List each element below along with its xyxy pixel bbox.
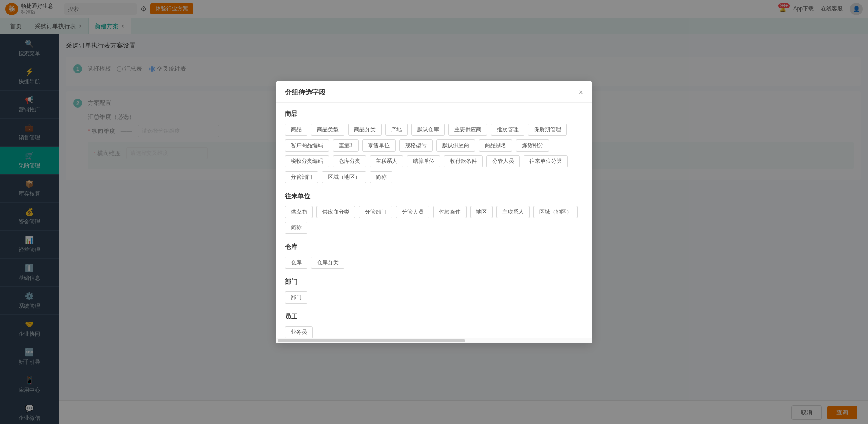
section-product-tags: 商品 商品类型 商品分类 产地 默认仓库 主要供应商 批次管理 保质期管理 客户… — [285, 124, 583, 183]
modal-hscroll[interactable] — [276, 338, 592, 343]
section-employee: 员工 业务员 — [285, 313, 583, 338]
field-tag-department[interactable]: 部门 — [285, 291, 307, 304]
field-tag-spec-model[interactable]: 规格型号 — [399, 139, 433, 152]
section-product: 商品 商品 商品类型 商品分类 产地 默认仓库 主要供应商 批次管理 保质期管理… — [285, 110, 583, 183]
field-tag-batch[interactable]: 批次管理 — [491, 124, 524, 136]
section-employee-title: 员工 — [285, 313, 583, 321]
field-tag-supplier[interactable]: 供应商 — [285, 206, 313, 218]
field-tag-pay-terms[interactable]: 付款条件 — [433, 206, 467, 218]
section-department-tags: 部门 — [285, 291, 583, 304]
modal-body[interactable]: 商品 商品 商品类型 商品分类 产地 默认仓库 主要供应商 批次管理 保质期管理… — [276, 103, 592, 338]
field-tag-supervisor[interactable]: 分管人员 — [486, 155, 520, 167]
modal-close-btn[interactable]: × — [578, 88, 583, 96]
field-tag-payment-terms[interactable]: 收付款条件 — [444, 155, 483, 167]
field-tag-weight[interactable]: 重量3 — [333, 139, 359, 152]
section-employee-tags: 业务员 — [285, 326, 583, 338]
field-tag-product[interactable]: 商品 — [285, 124, 307, 136]
field-tag-region2[interactable]: 区域（地区） — [533, 206, 578, 218]
section-department: 部门 部门 — [285, 278, 583, 304]
section-department-title: 部门 — [285, 278, 583, 286]
field-tag-default-supplier[interactable]: 默认供应商 — [436, 139, 475, 152]
field-tag-abbr[interactable]: 简称 — [370, 171, 392, 183]
section-product-title: 商品 — [285, 110, 583, 118]
field-tag-settlement-unit[interactable]: 结算单位 — [407, 155, 440, 167]
field-tag-points[interactable]: 炼货积分 — [516, 139, 549, 152]
section-warehouse: 仓库 仓库 仓库分类 — [285, 243, 583, 269]
field-select-modal: 分组待选字段 × 商品 商品 商品类型 商品分类 产地 默认仓库 主要供应商 批… — [276, 81, 592, 343]
field-tag-main-supplier[interactable]: 主要供应商 — [448, 124, 487, 136]
field-tag-warehouse[interactable]: 仓库 — [285, 257, 307, 269]
field-tag-supplier-category[interactable]: 供应商分类 — [316, 206, 355, 218]
modal-title: 分组待选字段 — [285, 88, 326, 97]
section-warehouse-tags: 仓库 仓库分类 — [285, 257, 583, 269]
field-tag-product-type[interactable]: 商品类型 — [311, 124, 344, 136]
field-tag-salesperson[interactable]: 业务员 — [285, 326, 313, 338]
field-tag-retail-unit[interactable]: 零售单位 — [362, 139, 396, 152]
field-tag-short-name[interactable]: 简称 — [285, 222, 307, 234]
section-partner-title: 往来单位 — [285, 192, 583, 200]
field-tag-shelf-life[interactable]: 保质期管理 — [528, 124, 567, 136]
section-partner-tags: 供应商 供应商分类 分管部门 分管人员 付款条件 地区 主联系人 区域（地区） … — [285, 206, 583, 234]
modal-overlay: 分组待选字段 × 商品 商品 商品类型 商品分类 产地 默认仓库 主要供应商 批… — [0, 0, 868, 424]
field-tag-warehouse-category[interactable]: 仓库分类 — [333, 155, 366, 167]
field-tag-tax-code[interactable]: 税收分类编码 — [285, 155, 329, 167]
field-tag-warehouse-cat[interactable]: 仓库分类 — [311, 257, 344, 269]
hscroll-thumb[interactable] — [278, 339, 465, 342]
field-tag-dept[interactable]: 分管部门 — [285, 171, 318, 183]
field-tag-origin[interactable]: 产地 — [385, 124, 408, 136]
field-tag-primary-contact[interactable]: 主联系人 — [496, 206, 530, 218]
field-tag-product-alias[interactable]: 商品别名 — [479, 139, 512, 152]
field-tag-area[interactable]: 地区 — [470, 206, 493, 218]
modal-header: 分组待选字段 × — [276, 81, 592, 103]
field-tag-region[interactable]: 区域（地区） — [322, 171, 366, 183]
field-tag-manage-staff[interactable]: 分管人员 — [396, 206, 429, 218]
field-tag-manage-dept[interactable]: 分管部门 — [359, 206, 392, 218]
field-tag-partner-category[interactable]: 往来单位分类 — [524, 155, 568, 167]
section-partner: 往来单位 供应商 供应商分类 分管部门 分管人员 付款条件 地区 主联系人 区域… — [285, 192, 583, 234]
field-tag-default-warehouse[interactable]: 默认仓库 — [411, 124, 445, 136]
field-tag-product-category[interactable]: 商品分类 — [348, 124, 382, 136]
field-tag-customer-code[interactable]: 客户商品编码 — [285, 139, 329, 152]
section-warehouse-title: 仓库 — [285, 243, 583, 251]
field-tag-main-contact[interactable]: 主联系人 — [370, 155, 403, 167]
